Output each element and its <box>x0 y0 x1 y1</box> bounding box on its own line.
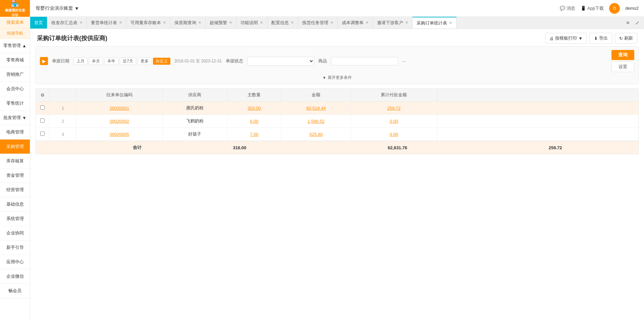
seven-days-button[interactable]: 近7天 <box>120 57 136 65</box>
tab-close-icon[interactable]: ✕ <box>198 20 201 25</box>
row-checkbox[interactable] <box>36 102 49 115</box>
qty-link[interactable]: 303.00 <box>248 106 261 111</box>
tab-kuyun[interactable]: 可用量库存账本 ✕ <box>126 17 170 29</box>
refresh-icon: ↻ <box>619 36 623 41</box>
code-link[interactable]: 00020002 <box>110 119 129 124</box>
last-month-button[interactable]: 上月 <box>73 57 88 65</box>
chevron-icon: ▲ <box>22 43 26 48</box>
filter-toggle-button[interactable]: ▶ <box>40 57 48 65</box>
tab-label: 保质期查询 <box>174 20 196 26</box>
sidebar-item-shop[interactable]: 零售商城 <box>0 53 30 67</box>
sidebar-item-basic[interactable]: 基础信息 <box>0 197 30 212</box>
avatar[interactable]: D <box>609 3 620 14</box>
sidebar-item-appcenter[interactable]: 应用中心 <box>0 255 30 269</box>
sidebar-logo: 🏪 畅捷通好生意 标版 <box>0 0 30 17</box>
sidebar-item-retail[interactable]: 零售管理 ▲ <box>0 39 30 53</box>
sidebar-item-wechat[interactable]: 企业微信 <box>0 269 30 284</box>
tab-baozhi[interactable]: 保质期查询 ✕ <box>170 17 206 29</box>
sidebar-item-quicknav[interactable]: 快捷导航 <box>0 29 30 39</box>
tab-close-icon[interactable]: ✕ <box>119 20 122 25</box>
sidebar-item-search[interactable]: 搜索菜单 <box>0 17 30 29</box>
tab-close-icon[interactable]: ✕ <box>260 20 263 25</box>
row-checkbox-input[interactable] <box>40 118 45 123</box>
tab-yaohuo[interactable]: 要货单统计表 ✕ <box>87 17 126 29</box>
row-checkbox[interactable] <box>36 128 49 141</box>
row-checkbox-input[interactable] <box>40 105 45 110</box>
row-code: 00020002 <box>76 115 163 128</box>
sidebar-item-operations[interactable]: 经营管理 <box>0 183 30 197</box>
tab-close-icon[interactable]: ✕ <box>330 20 333 25</box>
footer-qty: 316.00 <box>161 145 319 150</box>
tab-gongneng[interactable]: 功能说明 ✕ <box>236 17 267 29</box>
more-options-icon[interactable]: ··· <box>402 59 406 64</box>
sidebar-item-finance[interactable]: 资金管理 <box>0 168 30 183</box>
maximize-tab-btn[interactable]: ⤢ <box>633 19 641 27</box>
amount-link[interactable]: 525.80 <box>309 132 323 137</box>
tab-home[interactable]: 首页 <box>30 17 47 29</box>
tab-close-icon[interactable]: ✕ <box>291 20 294 25</box>
settings-column-header[interactable]: ⚙ <box>36 89 49 102</box>
date-filter-label: 单据日期 <box>52 58 69 64</box>
tab-chaochuyujing[interactable]: 超储预警 ✕ <box>206 17 236 29</box>
main: 母婴行业演示账套 ▼ 💬 消息 📱 App下载 D demo2 首页 收发存汇总… <box>30 0 644 321</box>
refresh-button[interactable]: ↻ 刷新 <box>615 33 637 44</box>
sidebar-item-newbie[interactable]: 新手引导 <box>0 240 30 255</box>
row-checkbox[interactable] <box>36 115 49 128</box>
sidebar-item-wholesale[interactable]: 批发管理 ▼ <box>0 111 30 125</box>
close-tab-btn[interactable]: ✕ <box>624 19 632 27</box>
tab-peizhixinxi[interactable]: 配置信息 ✕ <box>267 17 298 29</box>
goods-input[interactable] <box>331 57 398 65</box>
sidebar-item-inventory[interactable]: 库存核算 <box>0 154 30 168</box>
paid-link[interactable]: 0.00 <box>390 132 398 137</box>
this-year-button[interactable]: 本年 <box>104 57 118 65</box>
code-link[interactable]: 00020001 <box>110 106 129 111</box>
sidebar-item-system[interactable]: 系统管理 <box>0 212 30 226</box>
sidebar-item-ecommerce[interactable]: 电商管理 <box>0 125 30 140</box>
tab-label: 收发存汇总表 <box>51 20 77 26</box>
tab-close-icon[interactable]: ✕ <box>405 20 408 25</box>
tab-chengben[interactable]: 成本调整单 ✕ <box>338 17 373 29</box>
custom-badge[interactable]: 自定义 <box>153 58 170 65</box>
sidebar-item-purchase[interactable]: 采购管理 <box>0 140 30 154</box>
account-dropdown[interactable]: 母婴行业演示账套 ▼ <box>36 5 79 11</box>
sidebar-item-enterprise[interactable]: 企业协同 <box>0 226 30 240</box>
qty-link[interactable]: 6.00 <box>250 119 258 124</box>
qty-column-header: 主数量 <box>227 89 281 102</box>
sidebar-item-retail-stats[interactable]: 零售统计 <box>0 96 30 111</box>
tab-close-icon[interactable]: ✕ <box>229 20 232 25</box>
tab-close-icon[interactable]: ✕ <box>163 20 166 25</box>
more-date-button[interactable]: 更多 <box>138 57 152 65</box>
message-btn[interactable]: 💬 消息 <box>560 5 575 11</box>
paid-link[interactable]: 0.00 <box>390 119 398 124</box>
date-range-display: 2016-01-01 至 2023-12-31 <box>174 58 222 64</box>
data-table: ⚙ 往来单位编码 供应商 主数量 金额 累计付款金额 1 <box>36 89 638 141</box>
amount-link[interactable]: 60,519.44 <box>306 106 326 111</box>
sidebar-item-member[interactable]: 会员中心 <box>0 82 30 96</box>
sidebar-item-marketing[interactable]: 营销推广 <box>0 67 30 82</box>
row-qty: 6.00 <box>227 115 281 128</box>
this-month-button[interactable]: 本月 <box>89 57 103 65</box>
export-button[interactable]: ⬇ 导出 <box>590 33 612 44</box>
row-checkbox-input[interactable] <box>40 131 45 136</box>
query-button[interactable]: 查询 <box>611 50 634 60</box>
print-button[interactable]: 🖨 按模板打印 ▼ <box>545 33 587 44</box>
status-select[interactable] <box>247 57 314 66</box>
username[interactable]: demo2 <box>625 6 639 11</box>
tab-tuohuo[interactable]: 拣货任务管理 ✕ <box>298 17 338 29</box>
tab-shoufahui[interactable]: 收发存汇总表 ✕ <box>47 17 87 29</box>
settings-button[interactable]: 设置 <box>611 61 634 72</box>
expand-more-button[interactable]: ▼ 展开更多条件 <box>322 75 352 81</box>
tab-close-icon[interactable]: ✕ <box>449 21 452 25</box>
app-download-btn[interactable]: 📱 App下载 <box>581 5 604 11</box>
tab-close-icon[interactable]: ✕ <box>79 20 83 25</box>
paid-link[interactable]: 259.72 <box>387 106 400 111</box>
qty-link[interactable]: 7.00 <box>250 132 258 137</box>
tab-yaoqing[interactable]: 邀请下游客户 ✕ <box>373 17 413 29</box>
tab-close-icon[interactable]: ✕ <box>366 20 369 25</box>
row-num: 2 <box>49 115 76 128</box>
tab-caigou[interactable]: 采购订单统计表 ✕ <box>413 17 457 29</box>
sidebar-item-vip[interactable]: 畅会员 <box>0 284 30 298</box>
code-link[interactable]: 00020005 <box>110 132 129 137</box>
settings-icon[interactable]: ⚙ <box>41 93 45 98</box>
amount-link[interactable]: 1,586.52 <box>308 119 325 124</box>
